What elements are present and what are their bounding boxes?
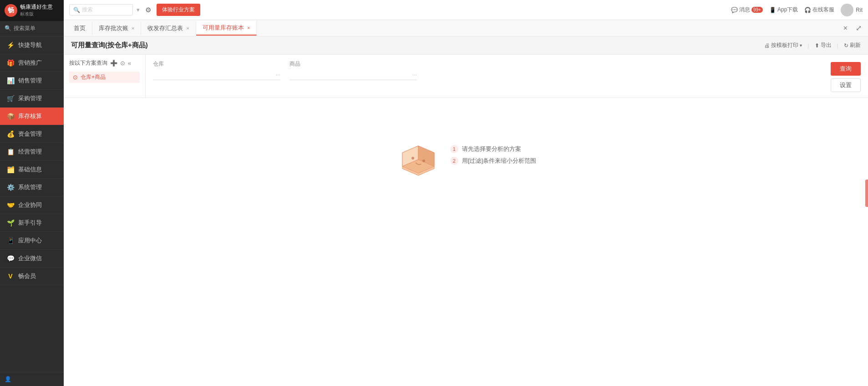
empty-hints: 1 请先选择要分析的方案 2 用[过滤]条件来缩小分析范围 (450, 145, 536, 165)
empty-hint-1: 1 请先选择要分析的方案 (450, 145, 536, 153)
product-field: 商品 ··· (289, 60, 417, 80)
search-icon: 🔍 (5, 25, 11, 31)
message-icon: 💬 (731, 7, 738, 13)
print-button[interactable]: 🖨 按模板打印 ▾ (764, 41, 802, 49)
refresh-button[interactable]: ↻ 刷新 (844, 41, 861, 49)
basic-icon: 🗂️ (6, 166, 15, 173)
tab-available-close[interactable]: × (247, 25, 250, 31)
sidebar-item-enterprise[interactable]: 🤝 企业协同 (0, 196, 64, 214)
message-button[interactable]: 💬 消息 99+ (731, 6, 763, 14)
sidebar-item-vip[interactable]: V 畅会员 (0, 268, 64, 285)
product-label: 商品 (289, 60, 417, 68)
sidebar-item-wechat[interactable]: 💬 企业微信 (0, 250, 64, 268)
tabs-actions: × ⤢ (841, 23, 864, 33)
sidebar-item-operations[interactable]: 📋 经营管理 (0, 143, 64, 161)
topbar-search[interactable]: 🔍 搜索 (69, 4, 133, 15)
tab-expand[interactable]: ⤢ (853, 23, 864, 33)
tab-summary[interactable]: 收发存汇总表 × (141, 21, 196, 35)
sidebar-item-sales[interactable]: 📊 销售管理 (0, 72, 64, 90)
message-badge: 99+ (751, 7, 763, 13)
avatar (841, 4, 853, 16)
page-title: 可用量查询(按仓库+商品) (71, 41, 148, 50)
tab-close-all[interactable]: × (841, 23, 850, 33)
tabs-bar: 首页 库存批次账 × 收发存汇总表 × 可用量库存账本 × × ⤢ (64, 20, 868, 36)
newuser-icon: 🌱 (6, 219, 15, 226)
empty-hint-2: 2 用[过滤]条件来缩小分析范围 (450, 157, 536, 165)
vip-icon: V (6, 273, 15, 280)
print-icon: 🖨 (764, 42, 770, 49)
print-dropdown-icon: ▾ (800, 43, 802, 48)
tab-home[interactable]: 首页 (67, 21, 92, 35)
topbar: 🔍 搜索 ▾ ⚙ 体验行业方案 💬 消息 99+ 📱 App下载 🎧 在线客服 … (64, 0, 868, 20)
sidebar-bottom-icon: 👤 (5, 376, 11, 382)
scheme-warehouse-product[interactable]: ⊙ 仓库+商品 (69, 72, 140, 83)
add-scheme-icon[interactable]: ➕ (110, 60, 117, 67)
filter-scheme-panel: 按以下方案查询 ➕ ⊙ « ⊙ 仓库+商品 (64, 55, 146, 98)
tab-batch-close[interactable]: × (132, 26, 134, 31)
topbar-dropdown-arrow[interactable]: ▾ (137, 6, 140, 13)
logo-icon: 畅 (5, 4, 17, 17)
scroll-indicator (865, 180, 868, 207)
refresh-icon: ↻ (844, 42, 848, 49)
logo-text: 畅康通好生意 标准版 (20, 4, 53, 17)
sidebar-item-basic[interactable]: 🗂️ 基础信息 (0, 161, 64, 179)
product-input[interactable] (289, 69, 412, 80)
shortcut-icon: ⚡ (6, 41, 15, 49)
empty-state: 1 请先选择要分析的方案 2 用[过滤]条件来缩小分析范围 (64, 98, 868, 212)
topbar-search-icon: 🔍 (73, 7, 80, 13)
warehouse-input[interactable] (153, 69, 276, 80)
sidebar-item-inventory[interactable]: 📦 库存核算 (0, 108, 64, 125)
sidebar-item-marketing[interactable]: 🎁 营销推广 (0, 54, 64, 72)
appstore-icon: 📱 (6, 237, 15, 244)
user-area[interactable]: Rit (841, 4, 863, 16)
service-icon: 🎧 (804, 7, 811, 13)
product-input-row: ··· (289, 69, 417, 80)
sidebar-item-system[interactable]: ⚙️ 系统管理 (0, 179, 64, 196)
empty-state-content: 1 请先选择要分析的方案 2 用[过滤]条件来缩小分析范围 (396, 134, 536, 175)
tab-batch[interactable]: 库存批次账 × (92, 21, 141, 35)
sidebar-item-shortcut[interactable]: ⚡ 快捷导航 (0, 36, 64, 54)
empty-box-svg (396, 134, 441, 180)
product-more-icon[interactable]: ··· (412, 72, 417, 78)
purchase-icon: 🛒 (6, 95, 15, 102)
tab-available[interactable]: 可用量库存账本 × (196, 21, 257, 36)
sidebar-bottom[interactable]: 👤 (0, 372, 64, 386)
topbar-right: 💬 消息 99+ 📱 App下载 🎧 在线客服 Rit (731, 4, 863, 16)
filter-area: 按以下方案查询 ➕ ⊙ « ⊙ 仓库+商品 仓库 ··· (64, 55, 868, 98)
sidebar-nav: ⚡ 快捷导航 🎁 营销推广 📊 销售管理 🛒 采购管理 📦 库存核算 💰 资金管… (0, 36, 64, 372)
sidebar-item-appstore[interactable]: 📱 应用中心 (0, 232, 64, 250)
settings-button[interactable]: 设置 (831, 78, 861, 92)
inventory-icon: 📦 (6, 113, 15, 120)
online-service-button[interactable]: 🎧 在线客服 (804, 6, 834, 14)
page-content: 可用量查询(按仓库+商品) 🖨 按模板打印 ▾ | ⬆ 导出 | ↻ 刷新 (64, 36, 868, 386)
topbar-gear-icon[interactable]: ⚙ (143, 4, 153, 16)
industry-solution-button[interactable]: 体验行业方案 (157, 4, 200, 16)
page-header-actions: 🖨 按模板打印 ▾ | ⬆ 导出 | ↻ 刷新 (764, 41, 861, 49)
query-button[interactable]: 查询 (831, 62, 861, 76)
sidebar-item-finance[interactable]: 💰 资金管理 (0, 125, 64, 143)
filter-fields: 仓库 ··· 商品 ··· 查询 设置 (146, 55, 868, 98)
sidebar-search[interactable]: 🔍 搜索菜单 (0, 21, 64, 36)
warehouse-more-icon[interactable]: ··· (276, 72, 280, 78)
hint-number-2: 2 (450, 157, 458, 165)
sidebar-logo: 畅 畅康通好生意 标准版 (0, 0, 64, 21)
export-button[interactable]: ⬆ 导出 (815, 41, 832, 49)
tab-summary-close[interactable]: × (186, 26, 189, 31)
hint-number-1: 1 (450, 145, 458, 153)
svg-point-4 (411, 157, 414, 160)
operations-icon: 📋 (6, 148, 15, 155)
marketing-icon: 🎁 (6, 59, 15, 67)
config-scheme-icon[interactable]: ⊙ (120, 60, 125, 67)
sidebar-item-purchase[interactable]: 🛒 采购管理 (0, 90, 64, 108)
sidebar-item-newuser[interactable]: 🌱 新手引导 (0, 214, 64, 232)
sales-icon: 📊 (6, 77, 15, 84)
scheme-icon: ⊙ (73, 74, 78, 81)
finance-icon: 💰 (6, 130, 15, 138)
page-header: 可用量查询(按仓库+商品) 🖨 按模板打印 ▾ | ⬆ 导出 | ↻ 刷新 (64, 36, 868, 55)
app-download-button[interactable]: 📱 App下载 (769, 6, 798, 14)
sidebar: 畅 畅康通好生意 标准版 🔍 搜索菜单 ⚡ 快捷导航 🎁 营销推广 📊 销售管理… (0, 0, 64, 386)
empty-illustration (396, 134, 437, 175)
warehouse-label: 仓库 (153, 60, 280, 68)
filter-section-title: 按以下方案查询 ➕ ⊙ « (69, 59, 140, 67)
collapse-icon[interactable]: « (128, 60, 131, 67)
